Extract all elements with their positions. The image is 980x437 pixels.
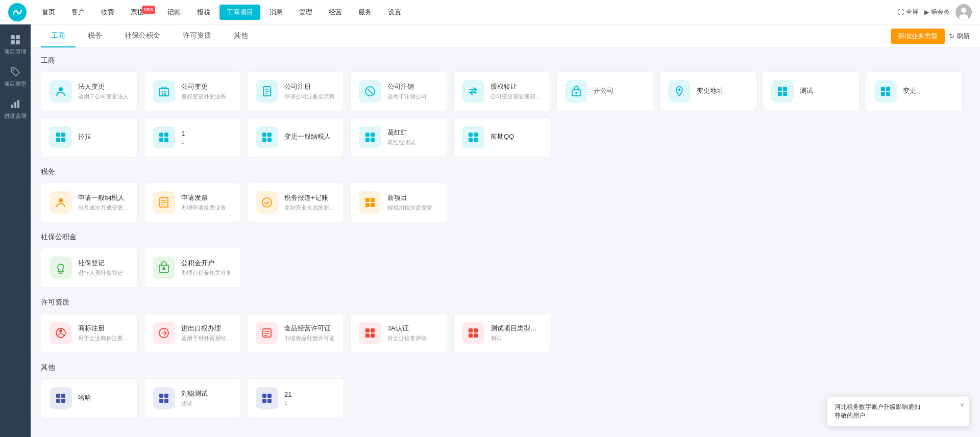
svg-rect-85 (61, 399, 65, 403)
tab-tax[interactable]: 税务 (78, 24, 112, 47)
svg-rect-78 (469, 328, 473, 332)
svg-rect-31 (881, 87, 885, 91)
svg-rect-36 (61, 133, 65, 137)
lala-icon (50, 126, 72, 148)
list-item[interactable]: 变更地址 (659, 71, 756, 111)
cancel-icon (359, 80, 381, 102)
nav-ticket[interactable]: 票据 new (124, 5, 158, 20)
list-item[interactable]: 变更一般纳税人 (247, 117, 344, 157)
list-item[interactable]: 申请一般纳税人 当月或次月成变更完成 (41, 183, 138, 222)
list-item[interactable]: 食品经营许可证 办理食品经营许可证 (247, 313, 344, 353)
fullscreen-btn[interactable]: ⛶ 全屏 (898, 8, 918, 16)
liu-icon (153, 387, 175, 409)
list-item[interactable]: 测试项目类型目定义 测试 (453, 313, 550, 353)
test2-icon (462, 322, 484, 344)
tab-industry[interactable]: 工商 (41, 24, 76, 47)
tax-report-icon (256, 191, 278, 214)
nav-bookkeeping[interactable]: 记账 (160, 5, 188, 20)
list-item[interactable]: 开公司 (556, 71, 653, 111)
sidebar-item-progress[interactable]: 进度监测 (0, 93, 31, 125)
nav-setting[interactable]: 设置 (381, 5, 408, 20)
list-item[interactable]: 公积金开户 办理公积金相关业务 (144, 248, 241, 288)
nav-industry[interactable]: 工商项目 (219, 5, 260, 20)
svg-rect-47 (365, 133, 370, 137)
sidebar-item-project-manage[interactable]: 项目管理 (0, 29, 31, 61)
svg-rect-87 (164, 394, 168, 398)
svg-rect-37 (56, 138, 60, 142)
list-item[interactable]: 股权转让 公司变更需要股权转让 (453, 71, 550, 111)
sidebar-item-project-type[interactable]: 项目类型 (0, 61, 31, 93)
avatar[interactable] (955, 4, 972, 20)
svg-rect-89 (164, 399, 168, 403)
list-item[interactable]: 1 1 (144, 117, 241, 157)
list-item[interactable]: 法人变更 适用于公司变更法人 (41, 71, 138, 111)
svg-rect-32 (886, 87, 890, 91)
svg-rect-43 (262, 133, 266, 137)
svg-rect-84 (56, 399, 60, 403)
tab-social[interactable]: 社保公积金 (114, 24, 170, 47)
list-item[interactable]: 社保登记 进行人员社保登记 (41, 248, 138, 288)
svg-point-2 (961, 8, 966, 13)
nav-customer[interactable]: 客户 (64, 5, 92, 20)
list-item[interactable]: 变更 (866, 71, 963, 111)
svg-point-68 (59, 329, 62, 332)
nav-operation[interactable]: 经营 (322, 5, 349, 20)
member-btn[interactable]: ▶ 畅会员 (924, 8, 949, 16)
svg-rect-48 (371, 133, 375, 137)
svg-rect-62 (371, 198, 375, 202)
nav-home[interactable]: 首页 (35, 5, 62, 20)
nav-service[interactable]: 服务 (351, 5, 379, 20)
list-item[interactable]: 商标注册 用于企业商标注册服务 (41, 313, 138, 353)
svg-rect-63 (365, 203, 370, 207)
svg-rect-54 (474, 138, 478, 142)
svg-rect-49 (365, 138, 370, 142)
svg-rect-86 (159, 394, 163, 398)
list-item[interactable]: 公司注册 申请公司注册全流程 (247, 71, 344, 111)
tax-change-icon (256, 126, 278, 148)
list-item[interactable]: 税务报道+记账 拿到营业执照的新公司 (247, 183, 344, 222)
svg-rect-93 (267, 399, 272, 403)
svg-rect-35 (56, 133, 60, 137)
list-item[interactable]: 前期QQ (453, 117, 550, 157)
nav-message[interactable]: 消息 (262, 5, 290, 20)
invoice-icon (153, 191, 175, 214)
list-item[interactable]: 进出口权办理 适用于对外贸易经营者 (144, 313, 241, 353)
list-item[interactable]: 申请发票 办理申请发票业务 (144, 183, 241, 222)
list-item[interactable]: 21 1 (247, 378, 344, 418)
member-icon: ▶ (924, 9, 929, 16)
list-item[interactable]: 公司注销 适用于注销公司 (350, 71, 447, 111)
sidebar: 项目管理 项目类型 进度监测 (0, 24, 31, 437)
nav-manage[interactable]: 管理 (292, 5, 320, 20)
list-item[interactable]: 拉拉 (41, 117, 138, 157)
new-type-button[interactable]: 新增业务类型 (891, 29, 945, 44)
sub-nav-bar: 工商 税务 社保公积金 许可资质 其他 新增业务类型 ↻ 刷新 (31, 24, 980, 48)
svg-rect-82 (56, 394, 60, 398)
list-item[interactable]: 测试 (763, 71, 860, 111)
svg-rect-4 (11, 35, 15, 39)
list-item[interactable]: 哈哈 (41, 378, 138, 418)
tab-other[interactable]: 其他 (224, 24, 258, 47)
nav-fee[interactable]: 收费 (94, 5, 121, 20)
cards-grid-social: 社保登记 进行人员社保登记 公积金开户 办理公积金相关业务 (41, 248, 970, 288)
refresh-button[interactable]: ↻ 刷新 (949, 32, 970, 41)
nav-tax[interactable]: 报税 (190, 5, 217, 20)
list-item[interactable]: 刘聪测试 测试 (144, 378, 241, 418)
top-nav: 首页 客户 收费 票据 new 记账 报税 工商项目 消息 管理 经营 服务 设… (0, 0, 980, 24)
list-item[interactable]: 葛红红 葛红红测试 (350, 117, 447, 157)
list-item[interactable]: 3A认证 对企业信誉评级 (350, 313, 447, 353)
list-item[interactable]: 新项目 报税加税控盘保管 (350, 183, 447, 222)
list-item[interactable]: 公司变更 股权变更外的业务变更 (144, 71, 241, 111)
svg-rect-29 (778, 92, 782, 96)
section-title-industry: 工商 (41, 56, 970, 65)
svg-rect-81 (474, 333, 478, 338)
svg-rect-30 (783, 92, 787, 96)
refresh-icon: ↻ (949, 32, 954, 40)
notification-close-button[interactable]: × (960, 401, 964, 409)
svg-rect-44 (267, 133, 272, 137)
notification-text: 河北税务数字账户升级影响通知 尊敬的用户: (835, 403, 962, 420)
svg-rect-64 (371, 203, 375, 207)
logo[interactable] (8, 3, 27, 21)
svg-rect-9 (11, 105, 13, 108)
svg-rect-88 (159, 399, 163, 403)
tab-license[interactable]: 许可资质 (173, 24, 222, 47)
